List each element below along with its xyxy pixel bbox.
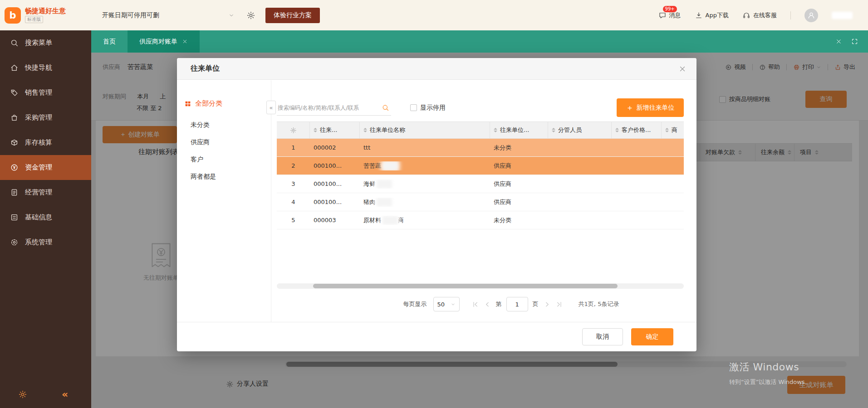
show-disabled-checkbox[interactable]: 显示停用 <box>410 104 446 112</box>
chevron-down-icon <box>228 12 235 19</box>
gear-icon[interactable] <box>246 11 255 20</box>
table-row[interactable]: 1 000002 ttt 未分类 <box>277 139 684 157</box>
panel-collapse-icon[interactable]: « <box>266 101 276 114</box>
topbar-right: 99+ 消息 App下载 在线客服 <box>658 9 853 22</box>
tab-close-icon[interactable] <box>182 39 188 44</box>
document-icon <box>10 188 19 197</box>
column-label: 分管人员 <box>558 126 582 134</box>
per-page-select[interactable]: 50 <box>433 297 460 311</box>
category-item-customer[interactable]: 客户 <box>177 151 271 168</box>
close-icon[interactable] <box>835 38 842 45</box>
collapse-left-icon[interactable]: « <box>62 388 68 401</box>
cell-name: ttt <box>360 144 490 151</box>
sidebar-item-sales[interactable]: 销售管理 <box>0 80 91 105</box>
cell-name: 原材料商 <box>360 216 490 225</box>
column-type[interactable]: 往来单位... <box>490 122 548 138</box>
plus-icon: ＋ <box>626 104 634 112</box>
column-label: 往来单位... <box>500 126 529 134</box>
cell-type: 未分类 <box>490 144 548 152</box>
column-label: 往来... <box>320 126 337 134</box>
sidebar-item-inventory[interactable]: 库存核算 <box>0 130 91 155</box>
category-panel: 全部分类 未分类 供应商 客户 两者都是 « <box>177 80 271 322</box>
sidebar-item-basic-info[interactable]: 基础信息 <box>0 205 91 230</box>
scrollbar-thumb[interactable] <box>313 284 618 288</box>
sidebar-item-business[interactable]: 经营管理 <box>0 180 91 205</box>
search-icon <box>10 39 19 47</box>
column-manager[interactable]: 分管人员 <box>548 122 612 138</box>
category-item-unclassified[interactable]: 未分类 <box>177 116 271 133</box>
category-list: 未分类 供应商 客户 两者都是 <box>177 116 271 185</box>
table-row[interactable]: 4 000100... 猪肉 供应商 <box>277 193 684 211</box>
cell-code: 000002 <box>310 144 360 151</box>
trial-plan-button[interactable]: 体验行业方案 <box>265 8 320 23</box>
row-number: 1 <box>277 144 310 151</box>
sidebar-item-label: 系统管理 <box>25 238 52 247</box>
tabbar: 首页 供应商对账单 <box>91 30 868 53</box>
sidebar: b 畅捷通好生意 标准版 搜索菜单 快捷导航 销售管理 采购管理 库存核算 <box>0 0 91 408</box>
prev-page-icon[interactable] <box>484 301 491 308</box>
cell-name-text: 原材料 <box>363 216 381 224</box>
row-number: 2 <box>277 162 310 169</box>
period-dropdown[interactable]: 开账日期可停用可删 <box>102 11 235 19</box>
app-download-label: App下载 <box>706 11 729 19</box>
cell-name-text: ttt <box>363 144 370 151</box>
pagination-summary: 共1页, 5条记录 <box>579 300 619 308</box>
cell-name-text: 苦苦蔬 <box>363 162 381 170</box>
cell-code: 000003 <box>310 217 360 223</box>
sidebar-item-system[interactable]: 系统管理 <box>0 230 91 255</box>
gear-icon[interactable] <box>18 390 27 399</box>
sort-icon <box>665 128 669 132</box>
add-contact-button[interactable]: ＋ 新增往来单位 <box>617 98 684 117</box>
column-code[interactable]: 往来... <box>310 122 360 138</box>
redacted-text <box>377 180 392 189</box>
close-icon[interactable] <box>678 65 687 73</box>
sort-icon <box>615 128 619 132</box>
online-support-button[interactable]: 在线客服 <box>742 11 777 19</box>
row-number: 3 <box>277 180 310 187</box>
sidebar-item-purchase[interactable]: 采购管理 <box>0 105 91 130</box>
next-page-icon[interactable] <box>543 301 551 308</box>
redacted-text <box>377 198 392 207</box>
table-row[interactable]: 3 000100... 海鲜 供应商 <box>277 175 684 193</box>
category-item-supplier[interactable]: 供应商 <box>177 133 271 151</box>
search-input[interactable] <box>277 100 391 116</box>
first-page-icon[interactable] <box>471 301 479 308</box>
cell-name-suffix: 商 <box>398 216 404 224</box>
modal-horizontal-scrollbar[interactable] <box>277 283 684 289</box>
column-extra[interactable]: 商 <box>662 122 684 138</box>
sidebar-item-label: 资金管理 <box>25 163 52 172</box>
tab-supplier-statement[interactable]: 供应商对账单 <box>128 30 200 53</box>
column-label: 往来单位名称 <box>370 126 405 134</box>
sidebar-item-quick-nav[interactable]: 快捷导航 <box>0 55 91 80</box>
last-page-icon[interactable] <box>555 301 563 308</box>
system-icon <box>10 238 19 247</box>
sidebar-item-funds[interactable]: 资金管理 <box>0 155 91 180</box>
row-number: 5 <box>277 217 310 223</box>
category-all[interactable]: 全部分类 <box>177 99 271 108</box>
table-row[interactable]: 2 000100... 苦苦蔬 供应商 <box>277 157 684 175</box>
cell-name-text: 海鲜 <box>363 180 375 188</box>
checkbox-icon[interactable] <box>410 104 417 111</box>
messages-button[interactable]: 99+ 消息 <box>658 11 681 19</box>
cell-type: 供应商 <box>490 198 548 206</box>
app-download-button[interactable]: App下载 <box>695 11 729 19</box>
search-icon[interactable] <box>382 104 389 112</box>
page-suffix: 页 <box>533 300 539 308</box>
fullscreen-icon[interactable] <box>851 38 858 45</box>
avatar[interactable] <box>804 9 818 22</box>
sidebar-item-search-menu[interactable]: 搜索菜单 <box>0 30 91 55</box>
column-settings[interactable] <box>277 122 310 138</box>
sort-icon <box>494 128 497 132</box>
column-price[interactable]: 客户价格... <box>612 122 662 138</box>
modal-controls: 显示停用 ＋ 新增往来单位 <box>277 98 684 117</box>
modal-header: 往来单位 <box>177 58 696 80</box>
column-name[interactable]: 往来单位名称 <box>360 122 490 138</box>
cancel-button[interactable]: 取消 <box>582 328 623 345</box>
sidebar-footer: « <box>0 387 91 403</box>
page-number-input[interactable] <box>506 297 528 311</box>
table-row[interactable]: 5 000003 原材料商 未分类 <box>277 211 684 229</box>
category-item-both[interactable]: 两者都是 <box>177 168 271 185</box>
tab-home[interactable]: 首页 <box>91 30 128 53</box>
confirm-button[interactable]: 确定 <box>631 328 673 345</box>
logo-icon: b <box>5 7 21 24</box>
